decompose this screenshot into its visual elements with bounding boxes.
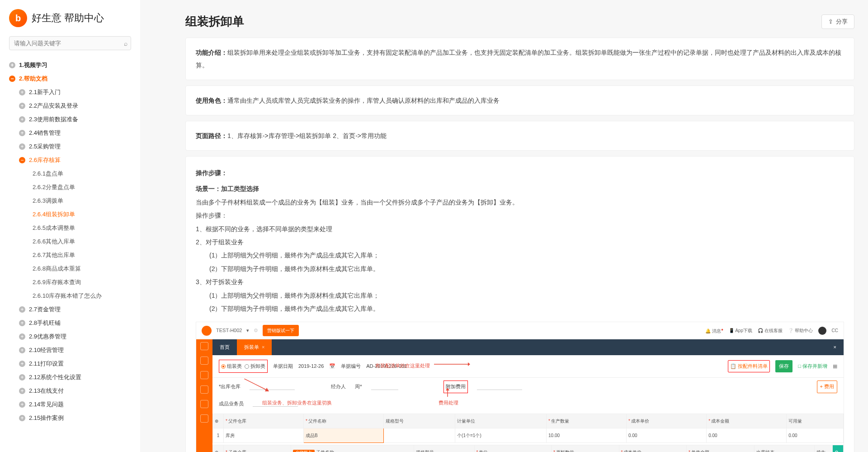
nav-2-15[interactable]: +2.15操作案例 bbox=[9, 411, 131, 425]
plus-icon: + bbox=[19, 333, 25, 340]
nav-docs[interactable]: −2.帮助文档 bbox=[9, 72, 131, 86]
steps-card: 操作步骤： 场景一：加工类型选择 当由多个子件材料组装成一个成品的业务为【组装】… bbox=[185, 156, 854, 452]
scene-desc: 当由多个子件材料组装成一个成品的业务为【组装】业务，当由一个父件拆分成多个子产品… bbox=[196, 196, 844, 209]
nav-2-12[interactable]: +2.12系统个性化设置 bbox=[9, 371, 131, 384]
brand-title: 好生意 帮助中心 bbox=[32, 11, 104, 25]
sidebar: b 好生意 帮助中心 ⌕ +1.视频学习 −2.帮助文档 +2.1新手入门 +2… bbox=[0, 0, 140, 452]
th-parent-amount: 成本金额 bbox=[707, 414, 787, 428]
nav-2-6-2[interactable]: 2.6.2分量盘点单 bbox=[9, 181, 131, 194]
th-child-spec: 规格型号 bbox=[414, 445, 474, 452]
share-button[interactable]: ⇪ 分享 bbox=[821, 14, 854, 29]
ss-radio-assemble: 组装类 bbox=[221, 361, 242, 371]
brand-logo-icon: b bbox=[9, 9, 27, 27]
th-expand: ⊕ bbox=[213, 414, 224, 428]
nav-2-2[interactable]: +2.2产品安装及登录 bbox=[9, 99, 131, 113]
arrow-icon bbox=[443, 388, 452, 397]
scene-line: 场景一：加工类型选择 bbox=[196, 182, 844, 195]
nav-2-6-1[interactable]: 2.6.1盘点单 bbox=[9, 167, 131, 181]
step-2a: (1）上部明细为父件明细，最终作为产成品生成其它入库单； bbox=[196, 249, 844, 262]
role-label: 使用角色： bbox=[196, 97, 227, 104]
ss-biz-label: 成品业务员 bbox=[219, 399, 244, 409]
minus-icon: − bbox=[19, 157, 25, 163]
nav-2-13[interactable]: +2.13在线支付 bbox=[9, 384, 131, 398]
nav-2-10[interactable]: +2.10经营管理 bbox=[9, 343, 131, 357]
intro-label: 功能介绍： bbox=[196, 49, 227, 56]
embedded-screenshot: TEST-H002 ▾ ⚙ 营销版试一下 🔔 消息● 📱 App下载 🎧 在线客… bbox=[196, 322, 844, 452]
search-icon[interactable]: ⌕ bbox=[124, 40, 127, 47]
ss-avatar-icon bbox=[818, 327, 826, 335]
arrow-icon bbox=[434, 362, 470, 367]
th-parent-name: 父件名称 bbox=[304, 414, 384, 428]
ss-addfee-button: + 费用 bbox=[817, 381, 837, 393]
plus-icon: + bbox=[19, 116, 25, 123]
ss-nav-icon bbox=[200, 357, 208, 365]
minus-icon: − bbox=[9, 76, 15, 82]
nav-2-11[interactable]: +2.11打印设置 bbox=[9, 357, 131, 371]
nav-2-6-7[interactable]: 2.6.7其他出库单 bbox=[9, 248, 131, 262]
ss-op-label: 经办人 bbox=[331, 381, 346, 392]
ss-radio-disassemble: 拆卸类 bbox=[245, 361, 265, 371]
ss-help-link: ❔ 帮助中心 bbox=[788, 326, 813, 335]
plus-icon: + bbox=[19, 347, 25, 353]
nav-2-9[interactable]: +2.9优惠券管理 bbox=[9, 330, 131, 343]
plus-icon: + bbox=[19, 415, 25, 421]
ss-nav-icon bbox=[200, 385, 208, 394]
nav-2-6-6[interactable]: 2.6.6其他入库单 bbox=[9, 235, 131, 248]
th-child-price: 成本单价 bbox=[619, 445, 686, 452]
annotation-bom: 有装配清单的在这里处理 bbox=[375, 361, 430, 371]
step-2b: (2）下部明细为子件明细，最终作为原材料生成其它出库单。 bbox=[196, 262, 844, 276]
nav-2-6-4[interactable]: 2.6.4组装拆卸单 bbox=[9, 208, 131, 221]
nav-2-6-3[interactable]: 2.6.3调拨单 bbox=[9, 194, 131, 208]
ss-more-icon: ▦ bbox=[833, 361, 837, 371]
plus-icon: + bbox=[19, 320, 25, 326]
nav-2-6-10[interactable]: 2.6.10库存账本错了怎么办 bbox=[9, 289, 131, 303]
ss-save-button: 保存 bbox=[775, 360, 793, 372]
nav-2-1[interactable]: +2.1新手入门 bbox=[9, 86, 131, 99]
plus-icon: + bbox=[19, 361, 25, 367]
search-input[interactable] bbox=[9, 36, 131, 50]
nav-2-4[interactable]: +2.4销售管理 bbox=[9, 126, 131, 140]
th-settings-icon: ⚙ bbox=[833, 445, 844, 452]
th-parent-wh: 父件仓库 bbox=[224, 414, 304, 428]
ss-filter-row2: 成品业务员 组装业务、拆卸业务在这里切换 费用处理 bbox=[212, 396, 844, 412]
nav-video[interactable]: +1.视频学习 bbox=[9, 58, 131, 72]
step-3a: (1）上部明细为父件明细，最终作为原材料生成其它出库单； bbox=[196, 289, 844, 302]
nav-2-6-9[interactable]: 2.6.9库存账本查询 bbox=[9, 276, 131, 289]
ss-close-all-icon: × bbox=[826, 339, 844, 355]
th-parent-spec: 规格型号 bbox=[384, 414, 455, 428]
plus-icon: + bbox=[19, 306, 25, 313]
ss-saveadd-button: □ 保存并新增 bbox=[798, 361, 827, 371]
nav-2-7[interactable]: +2.7资金管理 bbox=[9, 303, 131, 316]
brand: b 好生意 帮助中心 bbox=[9, 9, 131, 27]
plus-icon: + bbox=[19, 374, 25, 381]
ss-docno-label: 单据编号 bbox=[341, 361, 361, 371]
nav-2-5[interactable]: +2.5采购管理 bbox=[9, 140, 131, 153]
annotation-switch: 组装业务、拆卸业务在这里切换 bbox=[262, 398, 332, 408]
th-parent-qty: 生产数量 bbox=[547, 414, 627, 428]
ss-op-value: 周* bbox=[355, 381, 362, 392]
nav-2-14[interactable]: +2.14常见问题 bbox=[9, 398, 131, 411]
ss-nav-icon bbox=[200, 342, 208, 350]
annotation-fee: 费用处理 bbox=[439, 398, 458, 408]
close-icon: × bbox=[262, 344, 264, 350]
ss-date-label: 单据日期 bbox=[273, 361, 293, 371]
nav-tree: +1.视频学习 −2.帮助文档 +2.1新手入门 +2.2产品安装及登录 +2.… bbox=[9, 58, 131, 425]
nav-2-6-8[interactable]: 2.6.8商品成本重算 bbox=[9, 262, 131, 276]
ss-service-link: 🎧 在线客服 bbox=[758, 326, 783, 335]
ss-nav-icon bbox=[200, 371, 208, 379]
nav-2-6[interactable]: −2.6库存核算 bbox=[9, 153, 131, 167]
th-child-op: 操作 bbox=[815, 445, 833, 452]
path-card: 页面路径：1、库存核算->库存管理->组装拆卸单 2、首页->常用功能 bbox=[185, 121, 854, 151]
step-1: 1、根据不同的业务，选择不同单据的类型来处理 bbox=[196, 223, 844, 236]
nav-2-8[interactable]: +2.8手机旺铺 bbox=[9, 316, 131, 330]
ss-trial-badge: 营销版试一下 bbox=[263, 325, 299, 336]
role-text: 通常由生产人员或库管人员完成拆装业务的操作，库管人员确认原材料的出库和产成品的入… bbox=[227, 97, 500, 104]
th-child-amount: 单件金额 bbox=[687, 445, 754, 452]
nav-2-3[interactable]: +2.3使用前数据准备 bbox=[9, 113, 131, 126]
ss-date-value: 2019-12-26 bbox=[298, 361, 324, 371]
plus-icon: + bbox=[19, 143, 25, 150]
chevron-down-icon: ▾ bbox=[246, 325, 249, 336]
ss-company: TEST-H002 bbox=[216, 325, 242, 336]
nav-2-6-5[interactable]: 2.6.5成本调整单 bbox=[9, 221, 131, 235]
th-child-name: 自物料占 子件名称 bbox=[291, 445, 414, 452]
